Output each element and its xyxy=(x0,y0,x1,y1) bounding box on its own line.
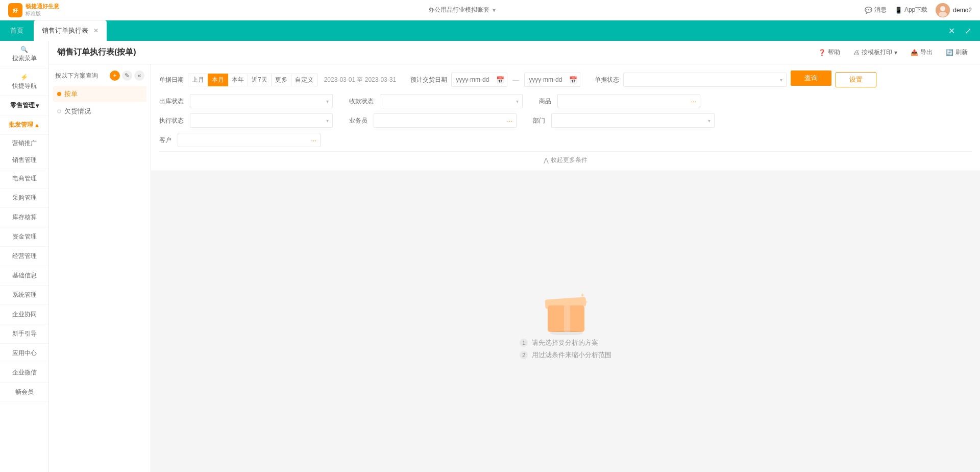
user-area[interactable]: demo2 xyxy=(936,3,972,17)
status-label: 单据状态 xyxy=(595,76,619,84)
help-icon: ❓ xyxy=(818,49,826,56)
logo-icon: 好 xyxy=(8,3,22,17)
goods-label: 商品 xyxy=(539,97,551,106)
sidebar-item-guide[interactable]: 新手引导 xyxy=(0,324,48,344)
date-last-7days-button[interactable]: 近7天 xyxy=(248,74,272,86)
page-header: 销售订单执行表(按单) ❓ 帮助 🖨 按模板打印 ▾ 📤 导出 xyxy=(49,41,980,64)
date-label: 单据日期 xyxy=(159,76,184,84)
wholesale-sub-menu: 营销推广 销售管理 xyxy=(0,135,48,169)
date-this-year-button[interactable]: 本年 xyxy=(228,74,248,86)
salesman-input[interactable] xyxy=(374,113,517,128)
scheme-by-order[interactable]: 按单 xyxy=(53,86,146,102)
sidebar-item-basic-info[interactable]: 基础信息 xyxy=(0,266,48,286)
tab-maximize-button[interactable]: ⤢ xyxy=(962,25,974,37)
outbound-select[interactable] xyxy=(190,94,333,108)
svg-text:✦: ✦ xyxy=(585,300,589,304)
breadcrumb[interactable]: 办公用品行业模拟账套 ▾ xyxy=(428,6,496,14)
home-tab[interactable]: 首页 xyxy=(0,20,34,41)
date-last-month-button[interactable]: 上月 xyxy=(188,74,208,86)
exec-select[interactable] xyxy=(190,113,333,128)
calendar-end-icon[interactable]: 📅 xyxy=(569,76,577,84)
help-button[interactable]: ❓ 帮助 xyxy=(814,46,844,59)
customer-input[interactable] xyxy=(178,133,321,147)
inactive-indicator xyxy=(57,109,61,113)
print-chevron-icon: ▾ xyxy=(894,49,897,56)
sidebar-item-wechat[interactable]: 企业微信 xyxy=(0,363,48,383)
filter-panel: 单据日期 上月 本月 本年 近7天 更多 自定义 2023-03-01 至 20… xyxy=(151,64,980,171)
sidebar-item-inventory[interactable]: 库存核算 xyxy=(0,208,48,227)
tab-bar: 首页 销售订单执行表 ✕ ✕ ⤢ xyxy=(0,20,980,41)
export-icon: 📤 xyxy=(911,49,918,56)
logo-area: 好 畅捷通好生意 标准版 xyxy=(8,3,59,17)
empty-tip-2: 2 用过滤条件来缩小分析范围 xyxy=(520,350,611,360)
sidebar-item-member[interactable]: 畅会员 xyxy=(0,383,48,402)
filter-row-date: 单据日期 上月 本月 本年 近7天 更多 自定义 2023-03-01 至 20… xyxy=(159,70,972,89)
avatar xyxy=(936,3,950,17)
filter-row-4: 客户 ··· xyxy=(159,133,972,147)
content-wrapper: 单据日期 上月 本月 本年 近7天 更多 自定义 2023-03-01 至 20… xyxy=(151,64,980,472)
expected-date-label: 预计交货日期 xyxy=(410,76,447,84)
message-icon: 💬 xyxy=(865,7,872,14)
sidebar-retail-group[interactable]: 零售管理 ▾ xyxy=(0,96,48,115)
quick-date-selector: 上月 本月 本年 近7天 更多 自定义 xyxy=(188,74,317,86)
data-area: ✦ ✦ 1 请先选择要分析的方案 xyxy=(151,171,980,472)
message-button[interactable]: 💬 消息 xyxy=(865,6,887,14)
svg-point-4 xyxy=(939,12,947,17)
empty-illustration: ✦ ✦ xyxy=(540,284,591,330)
collapse-up-icon: ⋀ xyxy=(544,157,549,164)
logo-text: 畅捷通好生意 标准版 xyxy=(26,3,59,17)
breadcrumb-arrow-icon: ▾ xyxy=(493,7,496,14)
dept-select[interactable] xyxy=(551,113,715,128)
expected-date-end-wrap: 📅 xyxy=(524,73,580,87)
empty-state: ✦ ✦ 1 请先选择要分析的方案 xyxy=(489,253,642,390)
collapse-filter-button[interactable]: ⋀ 收起更多条件 xyxy=(159,151,972,169)
calendar-start-icon[interactable]: 📅 xyxy=(496,76,504,84)
tab-close-all-button[interactable]: ✕ xyxy=(945,25,958,37)
export-button[interactable]: 📤 导出 xyxy=(906,46,937,59)
filter-row-2: 出库状态 ▾ 收款状态 ▾ 商品 xyxy=(159,94,972,108)
customer-label: 客户 xyxy=(159,136,172,145)
sidebar-search[interactable]: 🔍 搜索菜单 xyxy=(0,41,48,68)
settings-button[interactable]: 设置 xyxy=(836,72,876,87)
refresh-button[interactable]: 🔄 刷新 xyxy=(942,46,972,59)
page-title: 销售订单执行表(按单) xyxy=(57,47,136,58)
sidebar: 🔍 搜索菜单 ⚡ 快捷导航 零售管理 ▾ 批发管理 ▲ 营销推广 销售管理 电商… xyxy=(0,41,49,472)
add-scheme-button[interactable]: + xyxy=(110,70,120,81)
salesman-label: 业务员 xyxy=(349,116,368,125)
sidebar-item-system[interactable]: 系统管理 xyxy=(0,286,48,305)
date-custom-button[interactable]: 自定义 xyxy=(291,74,317,86)
sidebar-item-sales[interactable]: 销售管理 xyxy=(0,152,48,169)
sidebar-shortcut[interactable]: ⚡ 快捷导航 xyxy=(0,68,48,96)
print-icon: 🖨 xyxy=(853,49,860,56)
sidebar-item-finance[interactable]: 资金管理 xyxy=(0,227,48,247)
status-select[interactable] xyxy=(623,73,787,87)
tab-close-button[interactable]: ✕ xyxy=(93,27,99,34)
sidebar-item-apps[interactable]: 应用中心 xyxy=(0,344,48,363)
sidebar-item-operations[interactable]: 经营管理 xyxy=(0,247,48,266)
sidebar-item-enterprise[interactable]: 企业协同 xyxy=(0,305,48,324)
collapse-panel-button[interactable]: « xyxy=(134,70,144,81)
retail-chevron-icon: ▾ xyxy=(36,102,39,109)
query-button[interactable]: 查询 xyxy=(791,70,831,86)
date-this-month-button[interactable]: 本月 xyxy=(208,74,228,86)
payment-select[interactable] xyxy=(380,94,523,108)
top-bar: 好 畅捷通好生意 标准版 办公用品行业模拟账套 ▾ 💬 消息 � xyxy=(0,0,980,20)
edit-scheme-button[interactable]: ✎ xyxy=(122,70,132,81)
sidebar-item-marketing[interactable]: 营销推广 xyxy=(0,135,48,152)
sidebar-wholesale-group[interactable]: 批发管理 ▲ xyxy=(0,115,48,135)
wholesale-chevron-icon: ▲ xyxy=(34,122,40,129)
goods-input[interactable] xyxy=(557,94,700,108)
svg-point-3 xyxy=(940,6,945,11)
app-download-button[interactable]: 📱 App下载 xyxy=(895,6,927,14)
left-panel: 按以下方案查询 + ✎ « 按单 欠货情况 xyxy=(49,64,151,472)
active-tab[interactable]: 销售订单执行表 ✕ xyxy=(34,20,107,41)
empty-tips: 1 请先选择要分析的方案 2 用过滤条件来缩小分析范围 xyxy=(520,338,611,360)
scheme-shortage[interactable]: 欠货情况 xyxy=(53,103,146,120)
date-range-display: 2023-03-01 至 2023-03-31 xyxy=(324,76,396,84)
dept-select-wrap: ▾ xyxy=(551,113,715,128)
sidebar-item-purchase[interactable]: 采购管理 xyxy=(0,188,48,208)
print-button[interactable]: 🖨 按模板打印 ▾ xyxy=(849,46,901,59)
date-more-button[interactable]: 更多 xyxy=(271,74,291,86)
svg-text:✦: ✦ xyxy=(580,292,585,299)
sidebar-item-ecommerce[interactable]: 电商管理 xyxy=(0,169,48,188)
